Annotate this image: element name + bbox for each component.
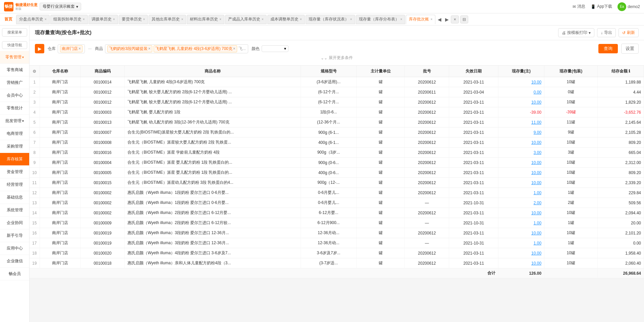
top-bar: 畅捷 畅捷通好生意 标版 母婴行业演示账套 ▾ ✉ 消息 📱 App下载 Ea … (0, 0, 644, 13)
tab-chengben[interactable]: 成本调整单历史 × (267, 15, 305, 24)
settings-btn[interactable]: 设置 (621, 44, 639, 54)
warehouse-tag-container[interactable]: 南岸门店 × (58, 44, 85, 53)
sidebar-item-marketing[interactable]: 营销推广 (0, 76, 29, 89)
table-row: 19 南岸门店 00100018 惠氏启颜（Wyeth illuma）亲和人体儿… (30, 258, 644, 268)
tab-close-xianzai2[interactable]: × (400, 17, 402, 21)
sidebar-item-apps[interactable]: 应用中心 (0, 242, 29, 255)
row-qty-main[interactable]: 10.00 (498, 158, 544, 168)
messages-btn[interactable]: ✉ 消息 (573, 4, 585, 9)
row-qty-main[interactable]: 10.00 (498, 208, 544, 218)
product-tags-container[interactable]: 飞鹤奶粉3段丙罐提装 × 飞鹤星飞帆 儿童奶粉 4段(3-6岁适用) 700克 … (105, 44, 248, 53)
row-index: 3 (30, 97, 40, 107)
account-selector[interactable]: 母婴行业演示账套 ▾ (40, 3, 81, 10)
warehouse-filter: 仓库 南岸门店 × (48, 44, 85, 53)
sidebar-item-finance[interactable]: 资金管理 (0, 166, 29, 178)
tab-close-xianzai1[interactable]: × (350, 17, 352, 21)
refresh-btn[interactable]: ↺ 刷新 (619, 28, 639, 37)
sidebar-item-vip[interactable]: 畅会员 (0, 268, 29, 280)
tab-qita[interactable]: 其他出库单历史 × (149, 15, 186, 24)
table-row: 12 南岸门店 00100002 惠氏启颜（Wyeth illuma）1段奶粉 … (30, 188, 644, 198)
tab-menu-btn[interactable]: ⊟ (460, 15, 468, 23)
row-index: 2 (30, 87, 40, 97)
tab-close-zuche[interactable]: × (83, 17, 85, 21)
tab-close-fenbi[interactable]: × (45, 17, 47, 21)
row-spec: 1段(0-6... (301, 107, 357, 117)
sidebar-item-system[interactable]: 系统管理 (0, 204, 29, 217)
user-profile[interactable]: Ea demo2 (618, 2, 640, 11)
tab-close-chengpin[interactable]: × (262, 17, 264, 21)
tab-tiaopo[interactable]: 调拨单历史 × (89, 15, 118, 24)
sidebar-item-basic[interactable]: 基础信息 (0, 191, 29, 204)
row-qty-main[interactable]: 9.00 (498, 127, 544, 138)
row-qty-pkg: 10罐 (544, 77, 598, 87)
sidebar-item-stats[interactable]: 零售统计 (0, 102, 29, 115)
sidebar-item-guide[interactable]: 新手引导 (0, 229, 29, 242)
row-qty-main[interactable]: 10.00 (498, 228, 544, 238)
row-qty-main[interactable]: 10.00 (498, 178, 544, 188)
sidebar-item-wholesale[interactable]: 批发管理 ▾ (0, 115, 29, 127)
table-container: ⚙ 仓库名称 商品编码 商品名称 规格型号 主计量单位 批号 失效日期 现存量(… (30, 66, 644, 322)
sidebar-item-retail[interactable]: 零售管理 ▾ (0, 51, 29, 64)
tab-xianzai1[interactable]: 现存量（库存状况表） × (306, 15, 355, 24)
sidebar-item-inventory[interactable]: 库存核算 (0, 153, 29, 166)
sidebar-item-operations[interactable]: 经营管理 (0, 178, 29, 191)
row-qty-main[interactable]: 10.00 (498, 97, 544, 107)
row-qty-main[interactable]: 11.00 (498, 117, 544, 127)
row-qty-main[interactable]: 3.00 (498, 148, 544, 158)
print-btn[interactable]: 🖨 按模板打印 ▾ (558, 28, 594, 37)
row-qty-main[interactable]: 1.00 (498, 188, 544, 198)
sidebar-item-wechat[interactable]: 企业微信 (0, 255, 29, 268)
settings-icon[interactable]: ⚙ (33, 69, 36, 74)
sidebar-item-enterprise[interactable]: 企业协同 (0, 217, 29, 229)
sidebar-item-ecommerce[interactable]: 电商管理 (0, 127, 29, 140)
tab-pici[interactable]: 库存批次账 × (406, 15, 435, 24)
row-qty-main[interactable]: 1.00 (498, 238, 544, 248)
product-tag-1-close[interactable]: × (148, 46, 151, 51)
tab-xianzai2[interactable]: 现存量（库存分布表） × (356, 15, 406, 24)
tab-close-tiaopo[interactable]: × (113, 17, 115, 21)
row-qty-main[interactable]: 10.00 (498, 77, 544, 87)
tab-close-pici[interactable]: × (430, 17, 432, 21)
row-qty-main[interactable]: 10.00 (498, 138, 544, 148)
expand-more-conditions-btn[interactable]: ⌄⌄ 展开更多条件 (321, 55, 353, 61)
row-qty-main[interactable]: 1.00 (498, 218, 544, 228)
tab-close-yaohuo[interactable]: × (143, 17, 145, 21)
export-btn[interactable]: ↓ 导出 (597, 28, 616, 37)
filter-expand-btn[interactable]: ▶ (35, 44, 44, 53)
color-select[interactable]: ▾ (262, 45, 288, 52)
row-qty-main[interactable]: 10.00 (498, 168, 544, 178)
row-code: 00100016 (80, 148, 125, 158)
tab-home[interactable]: 首页 (1, 15, 15, 24)
product-tags-more[interactable]: 飞... (238, 46, 246, 52)
tab-fenbi[interactable]: 分盘点单历史 × (16, 15, 50, 24)
row-qty-main[interactable]: 0.00 (498, 87, 544, 97)
tab-close-all-btn[interactable]: × (451, 15, 459, 23)
sidebar-item-member[interactable]: 会员中心 (0, 89, 29, 102)
tab-prev-btn[interactable]: ◀ (436, 15, 443, 24)
quick-nav-btn[interactable]: 快捷导航 (2, 41, 27, 49)
tab-close-cailiao[interactable]: × (219, 17, 221, 21)
warehouse-tag-close[interactable]: × (78, 46, 81, 51)
tab-cailiao[interactable]: 材料出库单历史 × (187, 15, 224, 24)
row-qty-main[interactable]: 10.00 (498, 248, 544, 258)
product-tag-2-close[interactable]: × (233, 46, 235, 51)
total-balance: 26,968.64 (598, 268, 644, 278)
row-qty-main[interactable]: 10.00 (498, 258, 544, 268)
tab-bar: 首页 分盘点单历史 × 组装拆卸单历史 × 调拨单历史 × 要货单历史 × 其他… (0, 13, 644, 25)
tab-next-btn[interactable]: ▶ (443, 15, 450, 24)
tab-close-chengben[interactable]: × (300, 17, 302, 21)
tab-close-qita[interactable]: × (181, 17, 183, 21)
tab-chengpin[interactable]: 产成品入库单历史 × (225, 15, 267, 24)
tab-zuche[interactable]: 组装拆卸单历史 × (50, 15, 88, 24)
row-unit: 罐 (356, 127, 405, 138)
sidebar-item-purchase[interactable]: 采购管理 (0, 140, 29, 153)
search-menu-btn[interactable]: 搜索菜单 (2, 28, 27, 37)
query-btn[interactable]: 查询 (598, 44, 618, 53)
app-download-btn[interactable]: 📱 App下载 (591, 4, 612, 9)
filter-more-dots[interactable]: ··· (88, 46, 92, 51)
sidebar-item-mall[interactable]: 零售商城 (0, 64, 29, 76)
row-qty-pkg: 10罐 (544, 138, 598, 148)
row-qty-main[interactable]: 2.00 (498, 198, 544, 208)
total-row: 合计 126.00 26,968.64 (30, 268, 644, 278)
tab-yaohuo[interactable]: 要货单历史 × (119, 15, 148, 24)
